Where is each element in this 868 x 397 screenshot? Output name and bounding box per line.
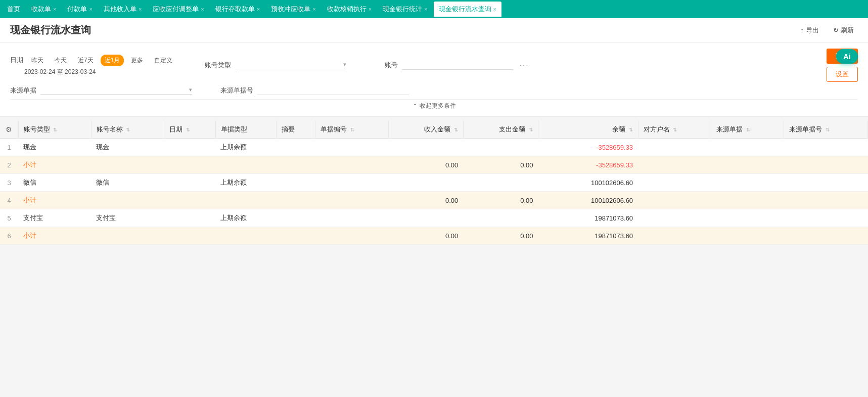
- source-doc-no-cell: [784, 139, 868, 156]
- income-cell: 0.00: [388, 227, 463, 245]
- account-name-cell: [91, 156, 164, 174]
- nav-tab-3[interactable]: 应收应付调整单 ×: [148, 2, 209, 17]
- nav-tab-6[interactable]: 收款核销执行 ×: [322, 2, 377, 17]
- nav-tab-label-2: 其他收入单: [104, 5, 136, 14]
- page-title: 现金银行流水查询: [10, 23, 91, 37]
- nav-tab-close-0[interactable]: ×: [53, 6, 56, 12]
- col-counterpart[interactable]: 对方户名 ⇅: [638, 121, 711, 139]
- col-source-doc[interactable]: 来源单据 ⇅: [711, 121, 784, 139]
- date-range-display: 2023-02-24 至 2023-03-24: [24, 68, 96, 75]
- source-doc-cell: [711, 192, 784, 209]
- table-settings-icon[interactable]: ⚙: [6, 125, 12, 134]
- export-button[interactable]: ↑ 导出: [797, 24, 824, 37]
- date-cell: [164, 209, 215, 227]
- nav-tab-5[interactable]: 预收冲应收单 ×: [266, 2, 321, 17]
- source-doc-no-input[interactable]: [257, 86, 409, 94]
- nav-tab-close-7[interactable]: ×: [424, 6, 427, 12]
- expense-cell: [463, 209, 538, 227]
- source-doc-no-wrapper: [257, 86, 409, 95]
- income-cell: 0.00: [388, 192, 463, 209]
- col-summary[interactable]: 摘要: [276, 121, 315, 139]
- doc-type-cell: 上期余额: [215, 209, 276, 227]
- date-btn-yesterday[interactable]: 昨天: [27, 55, 48, 66]
- sort-icon-expense: ⇅: [529, 127, 533, 133]
- refresh-button[interactable]: ↻ 刷新: [829, 24, 858, 37]
- nav-tab-7[interactable]: 现金银行统计 ×: [378, 2, 432, 17]
- col-source-doc-no[interactable]: 来源单据号 ⇅: [784, 121, 868, 139]
- nav-tab-8[interactable]: 现金银行流水查询 ×: [434, 2, 501, 17]
- table-row: 5支付宝支付宝上期余额19871073.60: [0, 209, 868, 227]
- table-body: 1现金现金上期余额-3528659.332小计0.000.00-3528659.…: [0, 139, 868, 245]
- account-type-cell: 支付宝: [18, 209, 91, 227]
- balance-cell: -3528659.33: [538, 156, 638, 174]
- col-account-name[interactable]: 账号名称 ⇅: [91, 121, 164, 139]
- date-label: 日期: [10, 56, 23, 65]
- balance-cell: 19871073.60: [538, 227, 638, 245]
- account-name-cell: [91, 227, 164, 245]
- source-doc-no-cell: [784, 192, 868, 209]
- account-type-label: 账号类型: [205, 61, 231, 70]
- nav-tab-2[interactable]: 其他收入单 ×: [99, 2, 147, 17]
- nav-tab-close-2[interactable]: ×: [139, 6, 142, 12]
- date-btn-more[interactable]: 更多: [127, 55, 147, 66]
- source-doc-select[interactable]: ▾: [40, 86, 192, 95]
- expense-cell: [463, 174, 538, 192]
- row-num-cell: 4: [0, 192, 18, 209]
- col-counterpart-label: 对方户名: [644, 125, 670, 133]
- settings-button[interactable]: 设置: [827, 67, 858, 82]
- nav-tab-close-4[interactable]: ×: [257, 6, 260, 12]
- col-balance[interactable]: 余额 ⇅: [538, 121, 638, 139]
- date-btn-1month[interactable]: 近1月: [101, 55, 124, 66]
- account-more-icon[interactable]: ···: [517, 61, 531, 70]
- balance-cell: 100102606.60: [538, 174, 638, 192]
- nav-tab-0[interactable]: 收款单 ×: [26, 2, 61, 17]
- date-btn-7days[interactable]: 近7天: [74, 55, 98, 66]
- summary-cell: [276, 174, 315, 192]
- sort-icon-source-doc: ⇅: [746, 127, 750, 133]
- nav-tab-close-6[interactable]: ×: [369, 6, 372, 12]
- income-cell: 0.00: [388, 156, 463, 174]
- nav-tab-close-8[interactable]: ×: [493, 6, 496, 12]
- col-income-label: 收入金额: [424, 125, 450, 133]
- nav-tab-label-1: 付款单: [67, 5, 87, 14]
- row-num-cell: 5: [0, 209, 18, 227]
- nav-tab-close-5[interactable]: ×: [312, 6, 315, 12]
- account-type-select[interactable]: ▾: [235, 61, 346, 69]
- date-btn-today[interactable]: 今天: [51, 55, 71, 66]
- col-doc-type[interactable]: 单据类型: [215, 121, 276, 139]
- nav-tab-4[interactable]: 银行存取款单 ×: [210, 2, 265, 17]
- balance-cell: -3528659.33: [538, 139, 638, 156]
- account-type-cell: 微信: [18, 174, 91, 192]
- nav-tab-label-5: 预收冲应收单: [271, 5, 310, 14]
- counterpart-cell: [638, 209, 711, 227]
- source-doc-no-cell: [784, 209, 868, 227]
- nav-tab-1[interactable]: 付款单 ×: [62, 2, 97, 17]
- source-doc-no-cell: [784, 227, 868, 245]
- col-expense[interactable]: 支出金额 ⇅: [463, 121, 538, 139]
- account-input[interactable]: [402, 61, 513, 68]
- collapse-bar[interactable]: ⌃ 收起更多条件: [10, 99, 858, 112]
- account-name-cell: 微信: [91, 174, 164, 192]
- nav-tab-label-6: 收款核销执行: [327, 5, 367, 14]
- counterpart-cell: [638, 139, 711, 156]
- col-account-type[interactable]: 账号类型 ⇅: [18, 121, 91, 139]
- table-row: 2小计0.000.00-3528659.33: [0, 156, 868, 174]
- nav-tab-label-7: 现金银行统计: [383, 5, 422, 14]
- source-doc-chevron-icon: ▾: [189, 86, 192, 93]
- counterpart-cell: [638, 192, 711, 209]
- date-btn-custom[interactable]: 自定义: [150, 55, 176, 66]
- col-doc-no[interactable]: 单据编号 ⇅: [315, 121, 388, 139]
- account-name-cell: 支付宝: [91, 209, 164, 227]
- col-date[interactable]: 日期 ⇅: [164, 121, 215, 139]
- date-cell: [164, 139, 215, 156]
- nav-tab-close-1[interactable]: ×: [89, 6, 92, 12]
- date-cell: [164, 174, 215, 192]
- col-income[interactable]: 收入金额 ⇅: [388, 121, 463, 139]
- table-settings-header[interactable]: ⚙: [0, 121, 18, 139]
- nav-home[interactable]: 首页: [2, 2, 25, 17]
- nav-tab-close-3[interactable]: ×: [201, 6, 204, 12]
- ai-badge[interactable]: Ai: [836, 49, 858, 64]
- doc-type-cell: [215, 156, 276, 174]
- summary-cell: [276, 209, 315, 227]
- balance-cell: 100102606.60: [538, 192, 638, 209]
